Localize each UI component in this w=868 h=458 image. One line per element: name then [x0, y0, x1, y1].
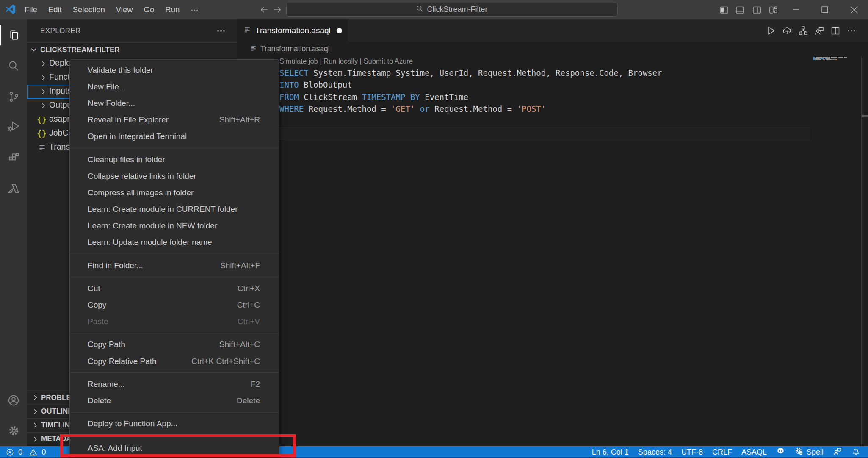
warning-icon: [29, 448, 37, 456]
menu-item-label: Learn: Create module in NEW folder: [88, 221, 217, 230]
code-line: WHERE Request.Method = 'GET' or Request.…: [279, 103, 662, 115]
menu-item-label: Copy Path: [88, 340, 125, 349]
menu-item-delete[interactable]: DeleteDelete: [70, 392, 279, 409]
activitybar-extensions[interactable]: [0, 147, 27, 168]
activitybar-azure[interactable]: [0, 178, 27, 199]
menu-item-rename[interactable]: Rename...F2: [70, 376, 279, 392]
codelens-link[interactable]: Run locally: [323, 57, 358, 65]
status-spell[interactable]: Spell: [794, 447, 824, 458]
menu-item-reveal-in-file-explorer[interactable]: Reveal in File ExplorerShift+Alt+R: [70, 112, 279, 128]
sidebar-header: EXPLORER: [27, 19, 237, 42]
error-icon: [6, 448, 14, 456]
menu-item-label: Reveal in File Explorer: [88, 115, 169, 125]
explorer-more-actions-icon[interactable]: [216, 26, 226, 37]
modified-dot-icon[interactable]: [337, 28, 342, 33]
status-label: CRLF: [712, 448, 732, 457]
error-count: 0: [18, 447, 22, 457]
activitybar-search[interactable]: [0, 56, 27, 76]
explorer-title: EXPLORER: [40, 27, 81, 35]
problems-status[interactable]: 0 0: [6, 447, 46, 457]
status-label: Spell: [807, 448, 824, 457]
status-spaces-4[interactable]: Spaces: 4: [638, 448, 672, 457]
minimize-button[interactable]: [788, 0, 804, 19]
menu-item-cleanup-files-in-folder[interactable]: Cleanup files in folder: [70, 151, 279, 168]
menu-item-learn-create-module-in-new-folder[interactable]: Learn: Create module in NEW folder: [70, 218, 279, 234]
status-utf-8[interactable]: UTF-8: [681, 448, 703, 457]
menu-item-open-in-integrated-terminal[interactable]: Open in Integrated Terminal: [70, 128, 279, 145]
menu-item-learn-update-module-folder-name[interactable]: Learn: Update module folder name: [70, 234, 279, 251]
code-line: FROM ClickStream TIMESTAMP BY EventTime: [279, 91, 662, 103]
activitybar-settings[interactable]: [0, 420, 27, 441]
editor-group: Transformation.asaql Transformation.asaq…: [237, 19, 868, 446]
menu-separator: [70, 412, 279, 413]
menu-item-keybinding: Shift+Alt+C: [219, 340, 260, 349]
menu-item-cut[interactable]: CutCtrl+X: [70, 280, 279, 297]
tab-transformation-asaql[interactable]: Transformation.asaql: [237, 19, 348, 42]
menu-separator: [70, 333, 279, 333]
codelens-separator: |: [318, 57, 323, 65]
overview-ruler-cursor: [862, 115, 868, 117]
codelens-link[interactable]: Simulate job: [279, 57, 318, 65]
editor-action-more-icon[interactable]: [846, 25, 857, 36]
status-label: ASAQL: [741, 448, 767, 457]
chevron-right-icon: [39, 88, 47, 95]
menu-item-copy[interactable]: CopyCtrl+C: [70, 297, 279, 313]
menu-item-deploy-to-function-app[interactable]: Deploy to Function App...: [70, 416, 279, 432]
menu-item-label: New Folder...: [88, 99, 135, 108]
activitybar-run-debug[interactable]: [0, 116, 27, 136]
menu-item-label: Copy Relative Path: [88, 357, 157, 366]
status-copilot[interactable]: [776, 447, 785, 458]
menu-item-label: Deploy to Function App...: [88, 419, 177, 428]
codelens-link[interactable]: Submit to Azure: [363, 57, 412, 65]
toggle-secondary-sidebar-icon[interactable]: [749, 0, 765, 19]
menu-item-learn-create-module-in-current-folder[interactable]: Learn: Create module in CURRENT folder: [70, 201, 279, 218]
menu-item-copy-path[interactable]: Copy PathShift+Alt+C: [70, 336, 279, 353]
codelens-separator: |: [358, 57, 363, 65]
project-root-header[interactable]: CLICKSTREAM-FILTER: [27, 42, 237, 57]
menu-item-keybinding: Shift+Alt+F: [220, 261, 260, 270]
menu-item-label: Collapse relative links in folder: [88, 172, 196, 181]
menu-separator: [70, 254, 279, 254]
editor-action-split-editor-icon[interactable]: [830, 25, 840, 36]
menu-separator: [70, 277, 279, 277]
menu-item-validate-this-folder[interactable]: Validate this folder: [70, 62, 279, 78]
toggle-panel-icon[interactable]: [732, 0, 748, 19]
warning-count: 0: [41, 447, 46, 457]
editor-action-cloud-upload-icon[interactable]: [782, 25, 792, 36]
editor-action-person-feedback-icon[interactable]: [814, 25, 824, 36]
menu-item-find-in-folder[interactable]: Find in Folder...Shift+Alt+F: [70, 257, 279, 274]
menu-item-collapse-relative-links-in-folder[interactable]: Collapse relative links in folder: [70, 168, 279, 184]
editor-action-job-diagram-icon[interactable]: [798, 25, 808, 36]
status-ln-6-col-1[interactable]: Ln 6, Col 1: [592, 448, 629, 457]
maximize-button[interactable]: [817, 0, 833, 19]
menu-item-keybinding: Ctrl+V: [238, 317, 260, 326]
current-line-highlight: [279, 128, 810, 140]
editor-content[interactable]: Simulate job | Run locally | Submit to A…: [237, 56, 868, 446]
chevron-right-icon: [31, 436, 39, 443]
json-file-icon: {}: [36, 115, 47, 124]
menu-item-paste: PasteCtrl+V: [70, 314, 279, 330]
activitybar-source-control[interactable]: [0, 86, 27, 107]
menu-item-copy-relative-path[interactable]: Copy Relative PathCtrl+K Ctrl+Shift+C: [70, 353, 279, 369]
close-button[interactable]: [846, 0, 862, 19]
status-label: UTF-8: [681, 448, 703, 457]
customize-layout-icon[interactable]: [765, 0, 781, 19]
toggle-primary-sidebar-icon[interactable]: [716, 0, 732, 19]
menu-item-compress-all-images-in-folder[interactable]: Compress all images in folder: [70, 184, 279, 201]
chevron-right-icon: [31, 422, 39, 429]
menu-item-new-folder[interactable]: New Folder...: [70, 95, 279, 111]
menu-item-keybinding: Shift+Alt+R: [219, 115, 260, 125]
section-label: OUTLINE: [41, 407, 73, 416]
chevron-right-icon: [39, 74, 47, 81]
status-crlf[interactable]: CRLF: [712, 448, 732, 457]
activitybar-accounts[interactable]: [0, 390, 27, 411]
breadcrumb[interactable]: Transformation.asaql: [237, 42, 868, 56]
menu-item-keybinding: Ctrl+C: [237, 300, 260, 310]
status-feedback[interactable]: [833, 447, 842, 458]
minimap[interactable]: [813, 57, 860, 60]
status-bell[interactable]: [851, 447, 860, 458]
menu-item-new-file[interactable]: New File...: [70, 78, 279, 95]
activitybar-explorer[interactable]: [0, 25, 27, 45]
editor-action-run-icon[interactable]: [766, 25, 776, 36]
status-asaql[interactable]: ASAQL: [741, 448, 767, 457]
